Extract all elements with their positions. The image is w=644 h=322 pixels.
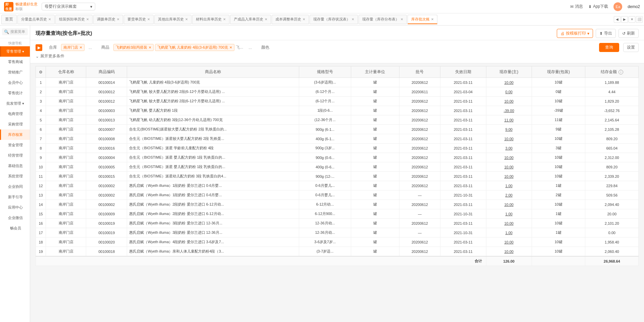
row-qty-main[interactable]: 10.00 <box>486 237 532 247</box>
close-icon[interactable]: ✕ <box>185 17 188 21</box>
sidebar-item-yingyong[interactable]: 应用中心 <box>0 202 30 213</box>
refresh-button[interactable]: ↺ 刷新 <box>619 29 639 38</box>
close-icon[interactable]: ✕ <box>265 17 267 21</box>
row-unit: 罐 <box>351 87 399 97</box>
expand-more-btn[interactable]: ⌄ 展开更多条件 <box>36 52 639 60</box>
more-filter-ellipsis[interactable]: ... <box>89 45 92 50</box>
row-balance: 2,060.40 <box>585 247 639 257</box>
close-icon[interactable]: ✕ <box>223 17 226 21</box>
row-qty-main[interactable]: 10.00 <box>486 97 532 106</box>
tab-next-btn[interactable]: ▶ <box>621 16 628 23</box>
row-qty-main[interactable]: 1.00 <box>486 228 532 237</box>
tab-maximize-btn[interactable]: ⬜ <box>636 16 643 23</box>
sidebar-item-zijin[interactable]: 资金管理 <box>0 140 30 150</box>
tab-prev-btn[interactable]: ◀ <box>614 16 621 23</box>
sidebar-item-pifaguanli[interactable]: 批发管理 ▼ <box>0 98 30 109</box>
close-icon[interactable]: ✕ <box>352 17 354 21</box>
message-button[interactable]: ✉ 消息 <box>570 4 583 9</box>
close-icon[interactable]: ✕ <box>117 17 119 21</box>
print-button[interactable]: 🖨 按模板打印 ▾ <box>557 29 593 38</box>
remove-warehouse-icon[interactable]: ✕ <box>79 46 82 49</box>
sidebar-item-lingshiguanli[interactable]: 零售管理 ▼ <box>0 46 30 57</box>
row-no: 10 <box>36 162 46 172</box>
sidebar-item-lingshishangcheng[interactable]: 零售商城 <box>0 57 30 67</box>
row-unit: 罐 <box>351 144 399 153</box>
remove-product-2-icon[interactable]: ✕ <box>229 46 232 49</box>
row-qty-pkg: 10罐 <box>532 247 585 257</box>
sidebar-item-jingying[interactable]: 经营管理 <box>0 150 30 161</box>
row-qty-main[interactable]: 10.00 <box>486 219 532 228</box>
sidebar-item-dianshang[interactable]: 电商管理 <box>0 109 30 119</box>
tab-kucunfb[interactable]: 现存量（库存分布表）✕ <box>359 15 407 24</box>
app-download-button[interactable]: ⬇ App下载 <box>588 4 608 9</box>
tab-kucunpici[interactable]: 库存批次账✕ <box>408 15 437 24</box>
sidebar-item-kucun[interactable]: 库存核算 <box>0 129 30 140</box>
row-qty-main[interactable]: 1.00 <box>486 209 532 219</box>
product-tag-1[interactable]: 飞鹤奶粉3段丙搭装 ✕ <box>113 44 154 51</box>
product-tag-2[interactable]: 飞鹤星飞帆 儿童奶粉 4段(3-6岁适用) 700克 ✕ <box>155 44 234 51</box>
sidebar-item-xitong[interactable]: 系统管理 <box>0 171 30 181</box>
company-selector[interactable]: 母婴行业演示账套 ▾ <box>42 3 95 10</box>
row-qty-main[interactable]: 3.00 <box>486 144 532 153</box>
row-qty-main[interactable]: -39.00 <box>486 106 532 115</box>
sidebar-item-lingshitj[interactable]: 零售统计 <box>0 88 30 98</box>
warehouse-tag[interactable]: 南岸门店 ✕ <box>61 44 85 51</box>
tab-close-btn[interactable]: ✕ <box>629 16 635 23</box>
close-icon[interactable]: ✕ <box>303 17 305 21</box>
sidebar-item-caigou[interactable]: 采购管理 <box>0 119 30 129</box>
sidebar-item-jichu[interactable]: 基础信息 <box>0 161 30 171</box>
row-qty-main[interactable]: 2.00 <box>486 191 532 200</box>
row-batch: 20200612 <box>399 153 440 162</box>
row-qty-main[interactable]: 1.00 <box>486 181 532 191</box>
tab-zuzhechaixiao[interactable]: 组装拆卸单历史✕ <box>55 15 93 24</box>
tab-diaobo[interactable]: 调拨单历史✕ <box>93 15 123 24</box>
row-qty-main[interactable]: 9.00 <box>486 125 532 134</box>
sidebar-item-huiyuanzx[interactable]: 会员中心 <box>0 77 30 88</box>
expand-arrow[interactable]: ▶ <box>36 44 42 51</box>
tab-yaohuo[interactable]: 要货单历史✕ <box>124 15 154 24</box>
row-qty-main[interactable]: 10.00 <box>486 200 532 209</box>
close-icon[interactable]: ✕ <box>147 17 150 21</box>
col-expire: 失效日期 <box>440 66 486 78</box>
product-more-tag[interactable]: 飞... <box>236 45 243 50</box>
row-qty-main[interactable]: 10.00 <box>486 78 532 87</box>
tab-chengpin[interactable]: 产成品入库单历史✕ <box>230 15 271 24</box>
row-warehouse: 南岸门店 <box>46 228 86 237</box>
tab-qitachuku[interactable]: 其他出库单历史✕ <box>154 15 192 24</box>
row-qty-main[interactable]: 10.00 <box>486 247 532 257</box>
sidebar-item-qiyexy[interactable]: 企业协同 <box>0 181 30 192</box>
row-expire: 2021-03-11 <box>440 162 486 172</box>
tab-home[interactable]: 首页 <box>1 15 17 24</box>
row-qty-main[interactable]: 10.00 <box>486 162 532 172</box>
sidebar-item-xinshou[interactable]: 新手引导 <box>0 192 30 202</box>
tab-cailiao[interactable]: 材料出库单历史✕ <box>192 15 229 24</box>
page-header: 现存量查询(按仓库+批次) 🖨 按模板打印 ▾ ⬆ 导出 ↺ 刷新 <box>30 25 644 40</box>
row-qty-main[interactable]: 10.00 <box>486 153 532 162</box>
tab-chengbentiaoz[interactable]: 成本调整单历史✕ <box>272 15 309 24</box>
row-no: 8 <box>36 144 46 153</box>
row-qty-main[interactable]: 11.00 <box>486 115 532 125</box>
remove-product-1-icon[interactable]: ✕ <box>149 46 151 49</box>
row-batch: 20200612 <box>399 247 440 257</box>
close-icon[interactable]: ✕ <box>400 17 403 21</box>
row-qty-main[interactable]: 0.00 <box>486 87 532 97</box>
query-button[interactable]: 查询 <box>599 43 619 52</box>
tab-kucunzk[interactable]: 现存量（库存状况表）✕ <box>310 15 358 24</box>
tab-fendianpan[interactable]: 分量盘点单历史✕ <box>17 15 55 24</box>
close-icon[interactable]: ✕ <box>86 17 89 21</box>
avatar[interactable]: Ea <box>613 2 622 11</box>
balance-info-icon[interactable]: i <box>619 70 623 74</box>
row-qty-main[interactable]: 10.00 <box>486 134 532 144</box>
search-box[interactable]: 🔍 搜索英单 <box>2 28 28 35</box>
close-icon[interactable]: ✕ <box>431 17 434 21</box>
sidebar-item-qiyewx[interactable]: 企业微信 <box>0 213 30 223</box>
row-name: 飞鹤星飞帆 幼儿配方奶粉 3段(12-36个月幼儿适用) 700克 <box>127 115 299 125</box>
sidebar-item-changhuy[interactable]: 畅会员 <box>0 223 30 233</box>
col-settings[interactable]: ⚙ <box>36 66 46 78</box>
row-qty-main[interactable]: 10.00 <box>486 172 532 181</box>
export-button[interactable]: ⬆ 导出 <box>596 29 616 38</box>
settings-button[interactable]: 设置 <box>623 43 639 52</box>
sidebar-item-yingxiaotg[interactable]: 营销推广 <box>0 67 30 77</box>
close-icon[interactable]: ✕ <box>48 17 51 21</box>
row-no: 15 <box>36 209 46 219</box>
